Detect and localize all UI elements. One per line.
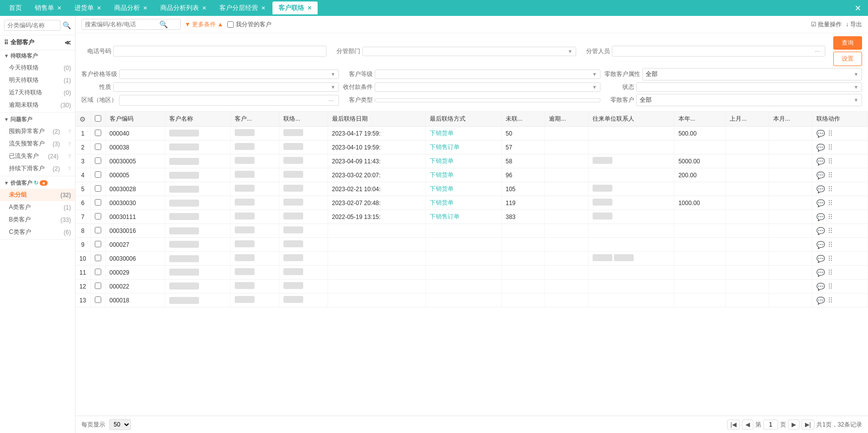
per-page-select[interactable]: 50: [109, 419, 131, 430]
sidebar-search-input[interactable]: [4, 20, 61, 31]
row-checkbox[interactable]: [95, 130, 101, 136]
sidebar-item-已流失客户[interactable]: 已流失客户(24)?: [0, 150, 75, 162]
sidebar-item-明天待联络[interactable]: 明天待联络(1): [0, 74, 75, 86]
sidebar-item-囤购异常客户[interactable]: 囤购异常客户(2)?: [0, 125, 75, 138]
refresh-icon[interactable]: ↻: [34, 180, 38, 186]
message-icon[interactable]: 💬: [816, 157, 825, 165]
message-icon[interactable]: 💬: [816, 283, 825, 290]
contact-method-link[interactable]: 下销售订单: [430, 213, 460, 220]
next-page-button[interactable]: ▶: [788, 420, 800, 430]
filter-more-conditions[interactable]: ▼ 更多条件 ▲: [185, 20, 223, 29]
query-button[interactable]: 查询: [833, 36, 862, 50]
tab-close-icon[interactable]: ✕: [307, 5, 312, 11]
sidebar-group-label[interactable]: ▼ 价值客户 ↻ ●: [0, 177, 75, 189]
my-customers-checkbox[interactable]: [227, 21, 234, 28]
row-checkbox[interactable]: [95, 171, 101, 178]
message-icon[interactable]: 💬: [816, 296, 825, 304]
sidebar-item-B类客户[interactable]: B类客户(33): [0, 214, 75, 226]
dept-select[interactable]: ▼: [362, 47, 576, 56]
message-icon[interactable]: 💬: [816, 144, 825, 151]
price-level-select[interactable]: ▼: [119, 70, 339, 79]
sidebar-item-逾期未联络[interactable]: 逾期未联络(30): [0, 99, 75, 111]
prev-page-button[interactable]: ◀: [742, 420, 753, 430]
help-icon[interactable]: ?: [68, 129, 71, 135]
help-icon[interactable]: ?: [68, 153, 71, 159]
last-page-button[interactable]: ▶|: [801, 420, 814, 430]
row-checkbox[interactable]: [95, 157, 101, 164]
filter-search-icon[interactable]: 🔍: [159, 20, 168, 28]
nav-tab-商品分析列表[interactable]: 商品分析列表 ✕: [154, 1, 212, 14]
nav-tab-销售单[interactable]: 销售单 ✕: [29, 1, 67, 14]
message-icon[interactable]: 💬: [816, 130, 825, 138]
collapse-icon[interactable]: ≪: [65, 39, 71, 46]
row-checkbox[interactable]: [95, 227, 101, 233]
help-icon[interactable]: ?: [68, 166, 71, 172]
customer-level-select[interactable]: ▼: [375, 70, 601, 79]
more-icon[interactable]: ⠿: [828, 144, 833, 151]
more-icon[interactable]: ⠿: [828, 199, 833, 207]
status-select[interactable]: ▼: [636, 82, 862, 92]
more-icon[interactable]: ⠿: [828, 296, 833, 304]
tab-close-icon[interactable]: ✕: [97, 5, 101, 11]
contact-method-link[interactable]: 下销售订单: [430, 144, 460, 150]
zero-retail-select[interactable]: 全部▼: [636, 94, 862, 106]
sidebar-item-A类客户[interactable]: A类客户(1): [0, 201, 75, 214]
phone-input[interactable]: [113, 46, 327, 57]
more-icon[interactable]: ⠿: [828, 185, 833, 193]
row-checkbox[interactable]: [95, 213, 101, 219]
more-icon[interactable]: ⠿: [828, 255, 833, 263]
zero-retail-attr-select[interactable]: 全部▼: [642, 68, 862, 80]
sidebar-group-label[interactable]: ▼ 待联络客户: [0, 50, 75, 62]
contact-method-link[interactable]: 下销货单: [430, 157, 454, 164]
nav-tab-客户分层经营[interactable]: 客户分层经营 ✕: [213, 1, 271, 14]
row-checkbox[interactable]: [95, 296, 101, 303]
filter-search-input[interactable]: [85, 21, 159, 28]
current-page-input[interactable]: [763, 420, 778, 430]
message-icon[interactable]: 💬: [816, 213, 825, 221]
more-icon[interactable]: ⠿: [828, 227, 833, 235]
row-checkbox[interactable]: [95, 199, 101, 206]
contact-method-link[interactable]: 下销货单: [430, 185, 454, 192]
message-icon[interactable]: 💬: [816, 185, 825, 193]
payment-select[interactable]: ▼: [375, 82, 601, 92]
region-dots[interactable]: ···: [327, 97, 335, 104]
more-icon[interactable]: ⠿: [828, 283, 833, 290]
tab-close-icon[interactable]: ✕: [202, 5, 206, 11]
sidebar-item-持续下滑客户[interactable]: 持续下滑客户(2)?: [0, 162, 75, 175]
region-select[interactable]: ···: [119, 95, 339, 106]
nav-home[interactable]: 首页: [4, 1, 27, 14]
sidebar-group-label[interactable]: ▼ 问题客户: [0, 114, 75, 125]
row-checkbox[interactable]: [95, 144, 101, 150]
row-checkbox[interactable]: [95, 269, 101, 275]
select-all-checkbox[interactable]: [95, 115, 101, 122]
my-customers-filter[interactable]: 我分管的客户: [227, 20, 271, 29]
help-icon[interactable]: ?: [68, 141, 71, 147]
message-icon[interactable]: 💬: [816, 255, 825, 263]
message-icon[interactable]: 💬: [816, 241, 825, 249]
first-page-button[interactable]: |◀: [727, 420, 740, 430]
sidebar-item-未分组[interactable]: 未分组(32): [0, 189, 75, 201]
sidebar-search-icon[interactable]: 🔍: [63, 21, 71, 29]
window-close-button[interactable]: ✕: [852, 3, 864, 13]
sidebar-item-C类客户[interactable]: C类客户(6): [0, 226, 75, 238]
more-icon[interactable]: ⠿: [828, 269, 833, 277]
contact-method-link[interactable]: 下销货单: [430, 130, 454, 137]
more-icon[interactable]: ⠿: [828, 241, 833, 249]
nav-tab-客户联络[interactable]: 客户联络 ✕: [272, 1, 318, 14]
message-icon[interactable]: 💬: [816, 269, 825, 277]
nav-tab-商品分析[interactable]: 商品分析 ✕: [108, 1, 153, 14]
more-icon[interactable]: ⠿: [828, 171, 833, 179]
sidebar-item-近7天待联络[interactable]: 近7天待联络(0): [0, 86, 75, 99]
message-icon[interactable]: 💬: [816, 199, 825, 207]
more-icon[interactable]: ⠿: [828, 130, 833, 138]
contact-method-link[interactable]: 下销货单: [430, 199, 454, 206]
contact-method-link[interactable]: 下销货单: [430, 171, 454, 178]
row-checkbox[interactable]: [95, 241, 101, 247]
more-icon[interactable]: ⠿: [828, 157, 833, 165]
reset-button[interactable]: 设置: [833, 52, 862, 66]
nature-select[interactable]: ▼: [113, 82, 339, 92]
sidebar-item-今天待联络[interactable]: 今天待联络(0): [0, 62, 75, 74]
table-settings-icon[interactable]: ⚙: [79, 115, 86, 123]
message-icon[interactable]: 💬: [816, 171, 825, 179]
nav-tab-进货单[interactable]: 进货单 ✕: [68, 1, 107, 14]
